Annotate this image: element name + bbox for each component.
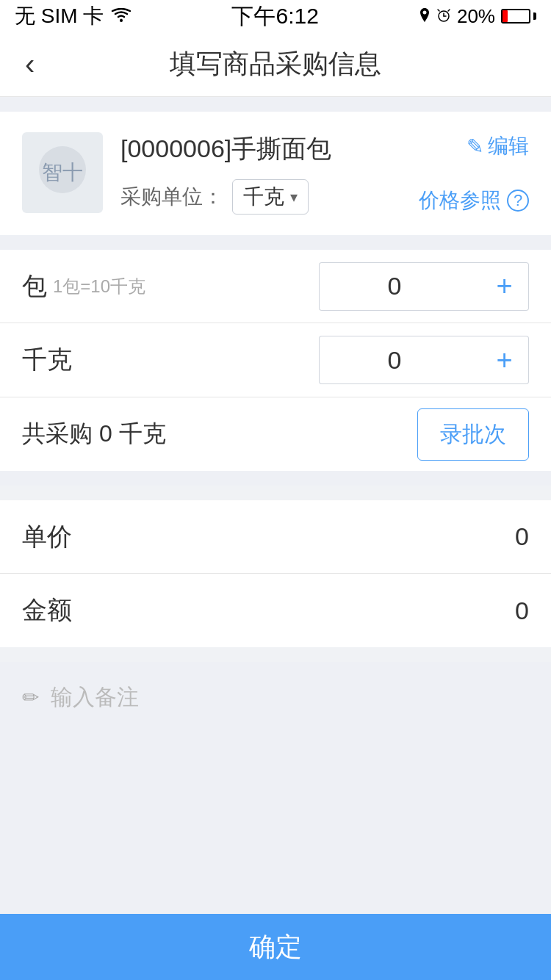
status-bar: 无 SIM 卡 下午6:12 20% [0,0,551,32]
note-placeholder: 输入备注 [51,682,139,713]
bag-sublabel: 1包=10千克 [53,275,145,298]
status-time: 下午6:12 [231,1,318,32]
edit-label: 编辑 [488,132,529,160]
wifi-icon [111,4,132,28]
bag-input-row: 包 1包=10千克 + [0,250,551,323]
battery-icon [501,9,536,24]
section-divider-top [0,97,551,112]
svg-line-5 [448,10,450,11]
battery-percent: 20% [457,5,495,28]
amount-value: 0 [515,597,529,625]
price-section: 单价 0 金额 0 [0,500,551,647]
help-icon: ? [507,190,529,212]
kg-label: 千克 [22,343,72,377]
price-ref-label: 价格参照 [419,187,501,215]
kg-add-button[interactable]: + [480,336,529,384]
product-thumbnail: 智十 [22,132,103,213]
alarm-icon [436,5,451,28]
location-icon [419,5,431,28]
sim-label: 无 SIM 卡 [15,2,104,30]
status-left: 无 SIM 卡 [15,2,132,30]
nav-bar: ‹ 填写商品采购信息 [0,32,551,97]
unit-value: 千克 [243,183,284,211]
unit-price-label: 单价 [22,520,515,554]
summary-row: 共采购 0 千克 录批次 [0,397,551,471]
amount-label: 金额 [22,594,515,627]
input-section: 包 1包=10千克 + 千克 + [0,250,551,397]
unit-label: 采购单位： [120,183,223,211]
summary-text: 共采购 0 千克 [22,418,417,450]
summary-section: 共采购 0 千克 录批次 [0,397,551,471]
section-divider-price [0,471,551,486]
chevron-down-icon: ▾ [290,188,298,206]
back-button[interactable]: ‹ [18,40,42,88]
kg-input-row: 千克 + [0,323,551,397]
bag-add-button[interactable]: + [480,262,529,311]
unit-price-row: 单价 0 [0,500,551,574]
unit-price-value: 0 [515,522,529,551]
add-icon: + [496,270,512,302]
product-logo: 智十 [37,144,88,202]
kg-quantity-input[interactable] [319,336,480,384]
bag-label: 包 [22,270,47,303]
pencil-icon: ✏ [22,685,39,710]
kg-input-wrapper: + [319,336,529,384]
bag-input-wrapper: + [319,262,529,311]
edit-icon: ✎ [467,134,483,159]
status-right: 20% [419,5,536,28]
bag-quantity-input[interactable] [319,262,480,311]
edit-button[interactable]: ✎ 编辑 [467,132,529,160]
product-section: 智十 [0000006]手撕面包 采购单位： 千克 ▾ ✎ 编辑 价格参照 ? [0,112,551,235]
price-reference-button[interactable]: 价格参照 ? [419,187,529,215]
amount-row: 金额 0 [0,574,551,647]
page-title: 填写商品采购信息 [170,46,381,82]
record-batch-button[interactable]: 录批次 [417,408,529,461]
add-icon-kg: + [496,345,512,376]
section-divider-mid [0,235,551,250]
confirm-button[interactable]: 确定 [0,914,551,980]
unit-select[interactable]: 千克 ▾ [232,179,309,215]
note-section[interactable]: ✏ 输入备注 [0,662,551,733]
svg-line-4 [438,10,439,11]
confirm-button-label: 确定 [249,929,302,965]
svg-text:智十: 智十 [42,161,83,184]
svg-point-0 [120,19,123,22]
